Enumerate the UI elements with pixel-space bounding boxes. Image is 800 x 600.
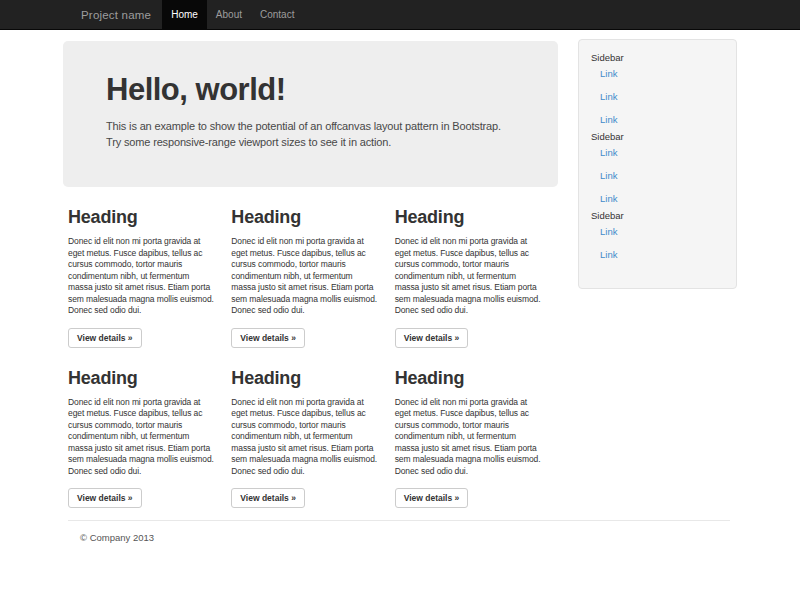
view-details-button[interactable]: View details » (231, 488, 305, 508)
page-container: Hello, world! This is an example to show… (63, 30, 737, 543)
sidebar-group-title: Sidebar (591, 52, 728, 63)
view-details-button[interactable]: View details » (231, 328, 305, 348)
navbar: Project name Home About Contact (0, 0, 800, 30)
sidebar-group-3: Sidebar Link Link (591, 210, 728, 260)
column-body: Donec id elit non mi porta gravida at eg… (68, 236, 215, 317)
column-body: Donec id elit non mi porta gravida at eg… (68, 397, 215, 478)
view-details-button[interactable]: View details » (68, 328, 142, 348)
layout-row: Hello, world! This is an example to show… (63, 30, 737, 508)
column-body: Donec id elit non mi porta gravida at eg… (395, 236, 542, 317)
footer-divider (68, 520, 730, 521)
main-column: Hello, world! This is an example to show… (63, 30, 558, 508)
navbar-inner: Project name Home About Contact (63, 0, 737, 29)
sidebar-link[interactable]: Link (600, 193, 728, 204)
nav-item-about[interactable]: About (207, 0, 251, 29)
content-column: Heading Donec id elit non mi porta gravi… (68, 187, 215, 348)
page-title: Hello, world! (106, 72, 518, 108)
column-heading: Heading (231, 207, 378, 228)
content-row-2: Heading Donec id elit non mi porta gravi… (68, 348, 558, 509)
sidebar-group-title: Sidebar (591, 210, 728, 221)
sidebar-link[interactable]: Link (600, 91, 728, 102)
view-details-button[interactable]: View details » (68, 488, 142, 508)
column-body: Donec id elit non mi porta gravida at eg… (231, 397, 378, 478)
view-details-button[interactable]: View details » (395, 328, 469, 348)
content-column: Heading Donec id elit non mi porta gravi… (395, 187, 542, 348)
jumbotron-description: This is an example to show the potential… (106, 118, 508, 150)
sidebar-group-title: Sidebar (591, 131, 728, 142)
nav-item-contact[interactable]: Contact (251, 0, 303, 29)
sidebar-link[interactable]: Link (600, 147, 728, 158)
content-column: Heading Donec id elit non mi porta gravi… (231, 348, 378, 509)
jumbotron: Hello, world! This is an example to show… (63, 41, 558, 187)
sidebar-link[interactable]: Link (600, 226, 728, 237)
column-heading: Heading (395, 207, 542, 228)
sidebar-link[interactable]: Link (600, 68, 728, 79)
column-body: Donec id elit non mi porta gravida at eg… (231, 236, 378, 317)
content-row-1: Heading Donec id elit non mi porta gravi… (68, 187, 558, 348)
column-heading: Heading (395, 368, 542, 389)
content-column: Heading Donec id elit non mi porta gravi… (231, 187, 378, 348)
sidebar-link[interactable]: Link (600, 170, 728, 181)
sidebar: Sidebar Link Link Link Sidebar Link Link… (578, 39, 737, 289)
nav-menu: Home About Contact (162, 0, 303, 29)
sidebar-link[interactable]: Link (600, 249, 728, 260)
content-column: Heading Donec id elit non mi porta gravi… (395, 348, 542, 509)
brand-link[interactable]: Project name (63, 0, 151, 29)
column-heading: Heading (68, 368, 215, 389)
nav-item-home[interactable]: Home (162, 0, 207, 29)
sidebar-link[interactable]: Link (600, 114, 728, 125)
sidebar-group-1: Sidebar Link Link Link (591, 52, 728, 125)
sidebar-group-2: Sidebar Link Link Link (591, 131, 728, 204)
footer-copyright: © Company 2013 (80, 532, 737, 543)
view-details-button[interactable]: View details » (395, 488, 469, 508)
column-heading: Heading (68, 207, 215, 228)
content-column: Heading Donec id elit non mi porta gravi… (68, 348, 215, 509)
column-heading: Heading (231, 368, 378, 389)
column-body: Donec id elit non mi porta gravida at eg… (395, 397, 542, 478)
